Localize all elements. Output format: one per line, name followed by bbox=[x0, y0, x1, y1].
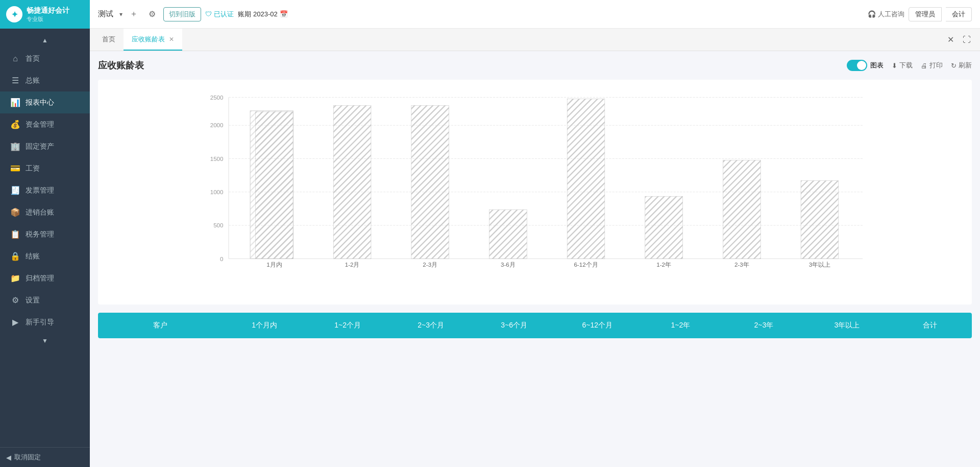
settings-btn[interactable]: ⚙ bbox=[145, 7, 159, 21]
ledger-icon: ☰ bbox=[10, 76, 20, 85]
main-area: 测试 ▾ ＋ ⚙ 切到旧版 🛡 已认证 账期 2023-02 📅 🎧 人工咨询 … bbox=[90, 0, 980, 467]
pin-icon: ◀ bbox=[6, 454, 11, 461]
table-container: 客户 1个月内 1~2个月 2~3个月 3~6个月 6~12个月 1~2年 2~… bbox=[98, 313, 972, 338]
content-area: 应收账龄表 图表 ⬇ 下载 🖨 bbox=[90, 51, 980, 467]
svg-rect-23 bbox=[489, 210, 527, 259]
bar-chart: 0 500 1000 1500 2000 2500 bbox=[106, 92, 964, 296]
refresh-btn[interactable]: ↻ 刷新 bbox=[951, 61, 972, 70]
svg-rect-31 bbox=[801, 181, 839, 259]
table-col-2-3y: 2~3年 bbox=[722, 313, 805, 338]
cancel-fixed-label: 取消固定 bbox=[14, 453, 41, 462]
print-label: 打印 bbox=[929, 61, 943, 70]
svg-text:1000: 1000 bbox=[210, 189, 224, 195]
sidebar-item-inventory[interactable]: 📦 进销台账 bbox=[0, 201, 90, 223]
tab-aging[interactable]: 应收账龄表 ✕ bbox=[124, 29, 182, 51]
company-name: 测试 bbox=[98, 9, 113, 19]
table-col-1-2m: 1~2个月 bbox=[306, 313, 389, 338]
invoice-icon: 🧾 bbox=[10, 185, 20, 195]
close-tab-btn[interactable]: ✕ bbox=[943, 33, 958, 47]
sidebar-item-funds[interactable]: 💰 资金管理 bbox=[0, 113, 90, 135]
shield-icon: 🛡 bbox=[205, 10, 212, 18]
sidebar-item-ledger[interactable]: ☰ 总账 bbox=[0, 69, 90, 91]
tab-home[interactable]: 首页 bbox=[94, 29, 124, 51]
download-btn[interactable]: ⬇ 下载 bbox=[892, 61, 913, 70]
app-name-block: 畅捷通好会计 专业版 bbox=[27, 6, 69, 22]
svg-text:2-3年: 2-3年 bbox=[734, 262, 749, 268]
toggle-track[interactable] bbox=[847, 60, 867, 71]
svg-text:1500: 1500 bbox=[210, 156, 224, 162]
chart-toggle[interactable]: 图表 bbox=[847, 60, 884, 71]
sidebar-label-invoice: 发票管理 bbox=[26, 186, 54, 195]
guide-icon: ▶ bbox=[10, 317, 20, 327]
sidebar-label-home: 首页 bbox=[26, 54, 40, 63]
tab-aging-close[interactable]: ✕ bbox=[169, 36, 174, 42]
cancel-fixed-btn[interactable]: ◀ 取消固定 bbox=[0, 447, 90, 467]
svg-text:2-3月: 2-3月 bbox=[423, 262, 437, 268]
salary-icon: 💳 bbox=[10, 164, 20, 173]
role-btn[interactable]: 会计 bbox=[946, 7, 972, 21]
archive-icon: 📁 bbox=[10, 273, 20, 283]
user-btn[interactable]: 管理员 bbox=[909, 7, 942, 21]
svg-rect-21 bbox=[411, 105, 449, 259]
closing-icon: 🔒 bbox=[10, 251, 20, 261]
expand-tab-btn[interactable]: ⛶ bbox=[960, 33, 974, 47]
add-company-btn[interactable]: ＋ bbox=[127, 7, 141, 21]
toggle-thumb bbox=[857, 61, 866, 70]
period-label: 账期 bbox=[238, 10, 251, 19]
page-wrapper: 应收账龄表 图表 ⬇ 下载 🖨 bbox=[90, 51, 980, 467]
funds-icon: 💰 bbox=[10, 120, 20, 129]
company-dropdown-icon[interactable]: ▾ bbox=[119, 11, 122, 18]
sidebar-scroll-down[interactable]: ▼ bbox=[0, 333, 90, 348]
sidebar: ✦ 畅捷通好会计 专业版 ▲ ⌂ 首页 ☰ 总账 📊 报表中心 💰 资金管理 🏢… bbox=[0, 0, 90, 467]
svg-text:1月内: 1月内 bbox=[266, 262, 282, 268]
download-label: 下载 bbox=[899, 61, 913, 70]
sidebar-item-closing[interactable]: 🔒 结账 bbox=[0, 245, 90, 267]
certified-badge: 🛡 已认证 bbox=[205, 10, 234, 19]
page-title: 应收账龄表 bbox=[98, 59, 847, 72]
period-value: 2023-02 bbox=[253, 10, 278, 18]
table-col-customer: 客户 bbox=[98, 313, 223, 338]
svg-text:500: 500 bbox=[213, 222, 223, 228]
svg-text:3年以上: 3年以上 bbox=[809, 262, 830, 268]
tab-aging-label: 应收账龄表 bbox=[132, 35, 165, 44]
table-col-2-3m: 2~3个月 bbox=[389, 313, 473, 338]
home-icon: ⌂ bbox=[10, 54, 20, 63]
sidebar-item-home[interactable]: ⌂ 首页 bbox=[0, 48, 90, 69]
switch-version-btn[interactable]: 切到旧版 bbox=[163, 7, 201, 21]
page-content: 应收账龄表 图表 ⬇ 下载 🖨 bbox=[90, 51, 980, 346]
sidebar-item-assets[interactable]: 🏢 固定资产 bbox=[0, 135, 90, 157]
table-col-3-6m: 3~6个月 bbox=[473, 313, 556, 338]
sidebar-label-ledger: 总账 bbox=[26, 76, 40, 85]
sidebar-scroll-up[interactable]: ▲ bbox=[0, 33, 90, 48]
sidebar-item-archive[interactable]: 📁 归档管理 bbox=[0, 267, 90, 289]
sidebar-item-guide[interactable]: ▶ 新手引导 bbox=[0, 311, 90, 333]
sidebar-item-settings[interactable]: ⚙ 设置 bbox=[0, 289, 90, 311]
sidebar-logo: ✦ 畅捷通好会计 专业版 bbox=[0, 0, 90, 29]
svg-text:6-12个月: 6-12个月 bbox=[574, 262, 598, 268]
sidebar-nav: ▲ ⌂ 首页 ☰ 总账 📊 报表中心 💰 资金管理 🏢 固定资产 💳 工资 🧾 … bbox=[0, 29, 90, 447]
inventory-icon: 📦 bbox=[10, 207, 20, 217]
sidebar-item-reports[interactable]: 📊 报表中心 bbox=[0, 91, 90, 113]
sidebar-item-invoice[interactable]: 🧾 发票管理 bbox=[0, 179, 90, 201]
sidebar-label-tax: 税务管理 bbox=[26, 230, 54, 239]
print-icon: 🖨 bbox=[921, 62, 927, 69]
sidebar-item-salary[interactable]: 💳 工资 bbox=[0, 157, 90, 179]
tabbar: 首页 应收账龄表 ✕ ✕ ⛶ bbox=[90, 29, 980, 51]
consult-btn[interactable]: 🎧 人工咨询 bbox=[868, 10, 904, 19]
svg-text:2000: 2000 bbox=[210, 122, 224, 128]
print-btn[interactable]: 🖨 打印 bbox=[921, 61, 943, 70]
sidebar-label-closing: 结账 bbox=[26, 252, 40, 261]
calendar-icon[interactable]: 📅 bbox=[280, 10, 288, 18]
svg-text:2500: 2500 bbox=[210, 95, 224, 101]
assets-icon: 🏢 bbox=[10, 142, 20, 151]
sidebar-label-archive: 归档管理 bbox=[26, 274, 54, 283]
tabbar-actions: ✕ ⛶ bbox=[943, 29, 976, 51]
certified-label: 已认证 bbox=[214, 10, 234, 19]
sidebar-label-funds: 资金管理 bbox=[26, 120, 54, 129]
sidebar-label-inventory: 进销台账 bbox=[26, 208, 54, 217]
svg-rect-25 bbox=[567, 99, 605, 259]
sidebar-label-reports: 报表中心 bbox=[26, 98, 54, 107]
consult-label: 人工咨询 bbox=[878, 10, 904, 19]
sidebar-item-tax[interactable]: 📋 税务管理 bbox=[0, 223, 90, 245]
app-logo-icon: ✦ bbox=[6, 6, 22, 22]
